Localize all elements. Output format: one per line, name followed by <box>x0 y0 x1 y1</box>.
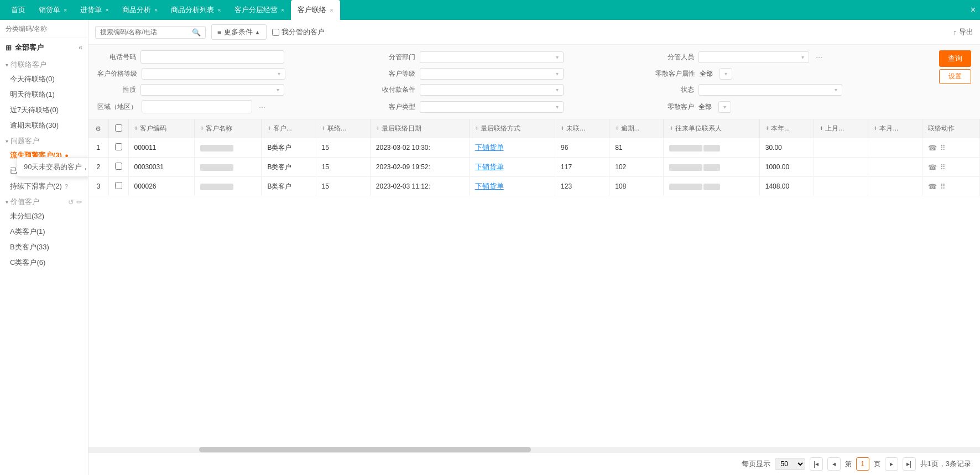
payment-label: 收付款条件 <box>377 85 415 95</box>
tab-customer-layer[interactable]: 客户分层经营 × <box>228 0 291 20</box>
last-method-link[interactable]: 下销货单 <box>475 182 504 190</box>
action-more-icon[interactable]: ⠿ <box>940 163 946 171</box>
status-select[interactable]: ▾ <box>698 84 842 96</box>
row-checkbox[interactable] <box>108 138 128 158</box>
per-page-select[interactable]: 50 100 200 <box>775 458 805 470</box>
sidebar-item-c-class[interactable]: C类客户(6) <box>0 255 88 270</box>
price-level-select[interactable]: ▾ <box>142 68 285 80</box>
region-more[interactable]: ··· <box>257 102 268 111</box>
sidebar-group-value[interactable]: ▾ 价值客户 ↺ ✏ <box>0 194 88 208</box>
price-level-label: 客户价格等级 <box>97 69 137 79</box>
row-actions: ☎ ⠿ <box>922 177 980 196</box>
phone-input[interactable] <box>140 50 284 64</box>
sidebar-item-b-class[interactable]: B类客户(33) <box>0 239 88 255</box>
tab-purchase[interactable]: 进货单 × <box>74 0 115 20</box>
person-select[interactable]: ▾ <box>698 51 809 63</box>
action-phone-icon[interactable]: ☎ <box>928 144 937 152</box>
customer-type-select[interactable]: ▾ <box>420 101 564 113</box>
row-checkbox[interactable] <box>108 158 128 177</box>
action-more-icon[interactable]: ⠿ <box>940 182 946 191</box>
select-all-checkbox[interactable] <box>115 124 122 132</box>
tab-analysis[interactable]: 商品分析 × <box>116 0 164 20</box>
advanced-filters: 电话号码 分管部门 ▾ 分管人员 <box>88 45 980 119</box>
sidebar-item-tomorrow[interactable]: 明天待联络(1) <box>0 87 88 102</box>
tab-analysis-label: 商品分析 <box>122 5 151 15</box>
col-settings[interactable]: ⚙ <box>88 119 108 138</box>
action-phone-icon[interactable]: ☎ <box>928 163 937 171</box>
zero-attr-select[interactable]: ▾ <box>720 68 732 80</box>
sidebar-group-problem[interactable]: ▾ 问题客户 <box>0 133 88 148</box>
scrollbar-thumb[interactable] <box>199 447 531 452</box>
tab-analysis-list[interactable]: 商品分析列表 × <box>164 0 227 20</box>
tab-analysis-list-label: 商品分析列表 <box>171 5 214 15</box>
zero-customer-select[interactable]: ▾ <box>718 101 731 113</box>
query-button[interactable]: 查询 <box>939 50 971 67</box>
sidebar-group-pending[interactable]: ▾ 待联络客户 <box>0 57 88 71</box>
sidebar-all-customers[interactable]: ⊞ 全部客户 « <box>0 38 88 57</box>
sidebar-collapse-icon[interactable]: « <box>79 44 82 51</box>
col-checkbox[interactable] <box>108 119 128 138</box>
tab-analysis-close[interactable]: × <box>154 7 158 13</box>
table-row: 1 000011 B类客户 15 2023-03-02 10:30: 下销货单 … <box>88 138 980 158</box>
zero-customer-label: 零散客户 <box>655 102 694 112</box>
sidebar-item-a-class[interactable]: A类客户(1) <box>0 224 88 239</box>
region-input[interactable] <box>142 100 252 113</box>
person-label: 分管人员 <box>655 53 694 62</box>
payment-select[interactable]: ▾ <box>420 84 564 96</box>
action-phone-icon[interactable]: ☎ <box>928 182 937 191</box>
tab-purchase-close[interactable]: × <box>105 7 108 13</box>
tab-close-all[interactable]: × <box>971 5 976 15</box>
sidebar-search-input[interactable] <box>6 25 88 33</box>
sidebar-item-7days[interactable]: 近7天待联络(0) <box>0 102 88 118</box>
my-customers-checkbox[interactable] <box>272 29 279 36</box>
row-last-month <box>814 138 868 158</box>
tab-sales-close[interactable]: × <box>64 7 67 13</box>
customer-level-select[interactable]: ▾ <box>420 68 564 80</box>
customer-level-field: 客户等级 ▾ <box>377 68 650 80</box>
sidebar-item-ungroup[interactable]: 未分组(32) <box>0 208 88 224</box>
tab-customer-contact[interactable]: 客户联络 × <box>291 0 340 20</box>
row-select-checkbox[interactable] <box>115 182 122 189</box>
row-last-method[interactable]: 下销货单 <box>469 138 555 158</box>
value-group-edit[interactable]: ✏ <box>76 198 82 206</box>
row-checkbox[interactable] <box>108 177 128 196</box>
next-page-btn[interactable]: ▸ <box>885 457 898 471</box>
gender-select[interactable]: ▾ <box>140 84 284 96</box>
tab-customer-layer-close[interactable]: × <box>281 7 284 13</box>
row-select-checkbox[interactable] <box>115 163 122 170</box>
filter-icon: ≡ <box>217 28 222 36</box>
last-page-btn[interactable]: ▸| <box>903 457 916 471</box>
table-row: 3 000026 B类客户 15 2023-02-03 11:12: 下销货单 … <box>88 177 980 196</box>
row-last-method[interactable]: 下销货单 <box>469 177 555 196</box>
sidebar-item-declining[interactable]: 持续下滑客户(2) ? <box>0 179 88 194</box>
my-customers-checkbox-label[interactable]: 我分管的客户 <box>272 27 325 37</box>
main-search-input[interactable] <box>100 28 189 36</box>
action-more-icon[interactable]: ⠿ <box>940 144 946 152</box>
current-page[interactable]: 1 <box>856 457 869 471</box>
last-method-link[interactable]: 下销货单 <box>475 143 504 152</box>
main-search-icon[interactable]: 🔍 <box>192 28 201 36</box>
export-btn[interactable]: ↑ 导出 <box>953 27 974 37</box>
sidebar-item-today[interactable]: 今天待联络(0) <box>0 71 88 87</box>
tab-home[interactable]: 首页 <box>4 0 32 20</box>
last-method-link[interactable]: 下销货单 <box>475 163 504 171</box>
horizontal-scrollbar[interactable] <box>88 447 980 452</box>
row-last-method[interactable]: 下销货单 <box>469 158 555 177</box>
name-blurred <box>200 145 233 152</box>
tab-customer-contact-close[interactable]: × <box>330 7 333 13</box>
sidebar-item-overdue[interactable]: 逾期未联络(30) <box>0 118 88 133</box>
tab-sales[interactable]: 销货单 × <box>32 0 74 20</box>
person-more[interactable]: ··· <box>814 53 825 61</box>
dept-select[interactable]: ▾ <box>420 51 564 63</box>
row-no: 2 <box>88 158 108 177</box>
settings-button[interactable]: 设置 <box>939 69 971 84</box>
more-conditions-btn[interactable]: ≡ 更多条件 ▲ <box>211 24 267 40</box>
value-group-refresh[interactable]: ↺ <box>68 198 74 206</box>
tab-analysis-list-close[interactable]: × <box>217 7 221 13</box>
problem-customer-tooltip: 90天未交易的客户，可能有流失风险。 <box>17 157 88 177</box>
filter-row-4: 区域（地区） ··· 客户类型 ▾ 零散客户 <box>97 100 929 113</box>
prev-page-btn[interactable]: ◂ <box>827 457 841 471</box>
row-select-checkbox[interactable] <box>115 143 122 150</box>
first-page-btn[interactable]: |◂ <box>810 457 823 471</box>
row-actions: ☎ ⠿ <box>922 158 980 177</box>
